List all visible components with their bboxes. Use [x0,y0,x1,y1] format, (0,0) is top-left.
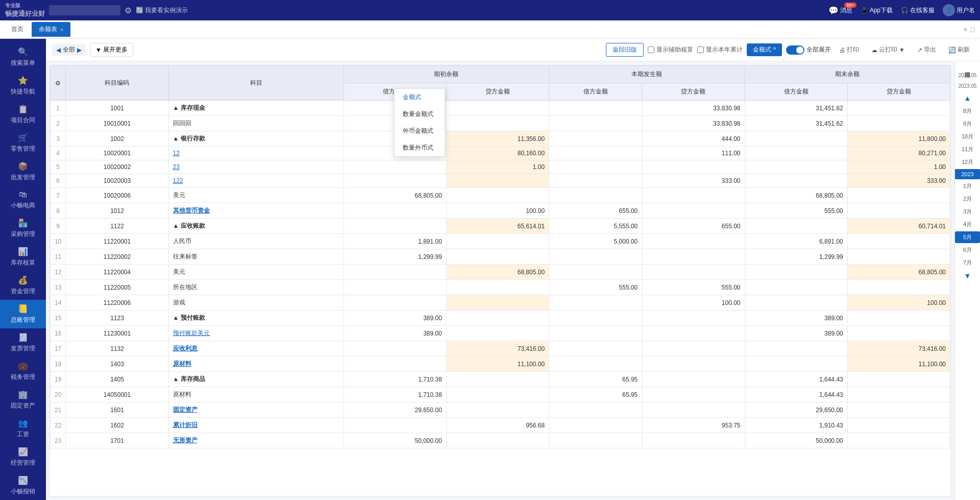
table-row[interactable]: 221602累计折旧956.68953.751,910.43 [51,418,950,433]
account-name-cell[interactable]: 往来标签 [168,249,344,265]
month-10[interactable]: 10月 [955,131,980,142]
table-row[interactable]: 610020003122333.00333.00 [51,174,950,188]
account-name-cell[interactable]: ▲ 应收账款 [168,219,344,234]
settings-icon[interactable]: ⚙ [125,6,132,15]
settings-col-header[interactable]: ⚙ [51,66,66,101]
month-3[interactable]: 3月 [955,206,980,218]
account-name-cell[interactable]: ▲ 库存商品 [168,372,344,387]
table-row[interactable]: 81012其他货币资金100.00655.00555.00 [51,203,950,219]
sidebar-item-wholesale[interactable]: 📦 批发管理 [0,157,46,186]
print-btn[interactable]: 🖨 打印 [835,43,863,56]
notification-btn[interactable]: 💬 消息 99+ [828,6,852,15]
account-name-cell[interactable]: 应收利息 [168,341,344,356]
sidebar-item-quicknav[interactable]: ⭐ 快捷导航 [0,72,46,100]
table-row[interactable]: 210010001回回回65,282.6033,830.9831,451.62 [51,116,950,131]
year-2023-btn[interactable]: 2023 [955,169,980,179]
table-row[interactable]: 1311220005所在地区555.00555.00 [51,280,950,295]
account-name-cell[interactable]: 无形资产 [168,433,344,448]
period-2023-05-2[interactable]: 2023.05 [955,81,980,91]
account-name-cell[interactable]: 原材料 [168,356,344,372]
toggle-control[interactable] [786,45,804,55]
account-name-cell[interactable]: ▲ 库存现金 [168,101,344,116]
table-row[interactable]: 181403原材料11,100.0011,100.00 [51,356,950,372]
table-row[interactable]: 1611230001预付账款美元389.00389.00 [51,326,950,341]
search-right-arrow[interactable]: ▶ [77,46,82,54]
month-12[interactable]: 12月 [955,156,980,168]
expand-all-toggle[interactable]: 全部展开 [786,45,831,55]
tab-close-btn[interactable]: × [60,27,63,33]
account-name-cell[interactable]: 固定资产 [168,402,344,418]
table-row[interactable]: 4100200011280,160.00111.0080,271.00 [51,147,950,160]
sidebar-item-ledger[interactable]: 📒 总账管理 [0,300,46,328]
table-row[interactable]: 1111220002往来标签1,299.991,299.99 [51,249,950,265]
month-7[interactable]: 7月 [955,257,980,269]
sidebar-item-operations[interactable]: 📈 经营管理 [0,443,46,471]
month-1[interactable]: 1月 [955,180,980,192]
search-left-arrow[interactable]: ◀ [56,46,61,54]
online-service-btn[interactable]: 🎧 在线客服 [901,6,935,15]
account-name-cell[interactable]: 游戏 [168,295,344,311]
sidebar-item-expense[interactable]: 📉 小畅报销 [0,471,46,500]
dropdown-item-qty-amount[interactable]: 数量金额式 [395,106,445,123]
refresh-btn[interactable]: 🔄 刷新 [944,43,974,56]
dropdown-item-qty-foreign[interactable]: 数量外币式 [395,139,445,156]
window-close-btn[interactable]: × [963,26,967,34]
top-search-input[interactable] [49,5,120,15]
dropdown-item-amount[interactable]: 金额式 [395,89,445,106]
sidebar-item-ecommerce[interactable]: 🛍 小畅电商 [0,186,46,214]
chevron-up-icon[interactable]: ▲ [955,92,980,104]
table-row[interactable]: 510020002231.001.00 [51,160,950,174]
sidebar-item-project[interactable]: 📋 项目合同 [0,100,46,129]
return-old-version-btn[interactable]: 返回旧版 [606,43,644,57]
table-row[interactable]: 91122▲ 应收账款65,614.015,555.00655.0060,714… [51,219,950,234]
sidebar-item-inventory[interactable]: 📊 库存核算 [0,243,46,271]
table-row[interactable]: 710020006美元68,805.0068,805.00 [51,188,950,203]
window-maximize-btn[interactable]: □ [971,26,975,34]
account-name-cell[interactable]: ▲ 预付账款 [168,311,344,326]
account-name-cell[interactable]: ▲ 银行存款 [168,131,344,147]
table-row[interactable]: 171132应收利息73,416.0073,416.00 [51,341,950,356]
account-name-cell[interactable]: 所在地区 [168,280,344,295]
period-2023-05-1[interactable]: 2023.05 [955,70,980,80]
tab-yue-biao[interactable]: 余额表 × [32,22,70,37]
account-name-cell[interactable]: 23 [168,160,344,174]
sidebar-item-invoice[interactable]: 🧾 发票管理 [0,328,46,357]
account-name-cell[interactable]: 回回回 [168,116,344,131]
sidebar-item-tax[interactable]: 💼 税务管理 [0,357,46,386]
sidebar-item-purchase[interactable]: 🏪 采购管理 [0,214,46,243]
table-row[interactable]: 11001▲ 库存现金65,282.6033,830.9831,451.62 [51,101,950,116]
month-6[interactable]: 6月 [955,244,980,256]
show-ytd-checkbox[interactable]: 显示本年累计 [697,45,743,54]
table-row[interactable]: 1211220004美元68,805.0068,805.00 [51,265,950,280]
month-5-active[interactable]: 5月 [955,231,980,243]
account-name-cell[interactable]: 累计折旧 [168,418,344,433]
month-4[interactable]: 4月 [955,219,980,230]
table-container[interactable]: ⚙ 科目编码 科目 期初余额 本期发生额 期末余额 借方金额 贷方金额 借方金额… [50,65,950,496]
month-11[interactable]: 11月 [955,144,980,155]
month-9[interactable]: 9月 [955,118,980,130]
table-row[interactable]: 31002▲ 银行存款11,356.00444.0011,800.00 [51,131,950,147]
sidebar-item-retail[interactable]: 🛒 零售管理 [0,129,46,157]
table-row[interactable]: 211601固定资产29,650.0029,650.00 [51,402,950,418]
table-row[interactable]: 2014050001原材料1,710.3865.951,644.43 [51,387,950,402]
demo-label[interactable]: 🔄 我要看实例演示 [136,6,188,15]
account-name-cell[interactable]: 美元 [168,265,344,280]
account-name-cell[interactable]: 人民币 [168,234,344,249]
account-name-cell[interactable]: 原材料 [168,387,344,402]
account-name-cell[interactable]: 122 [168,174,344,188]
table-row[interactable]: 1411220006游戏100.00100.00 [51,295,950,311]
dropdown-item-foreign-amount[interactable]: 外币金额式 [395,123,445,139]
account-name-cell[interactable]: 其他货币资金 [168,203,344,219]
cloud-print-btn[interactable]: ☁ 云打印 ▼ [867,43,909,56]
sidebar-item-search[interactable]: 🔍 搜索菜单 [0,43,46,72]
amount-mode-btn[interactable]: 金额式 ^ [747,43,782,56]
account-name-cell[interactable]: 预付账款美元 [168,326,344,341]
expand-more-btn[interactable]: ▼ 展开更多 [90,43,133,57]
sidebar-item-fixed-assets[interactable]: 🏢 固定资产 [0,386,46,414]
table-row[interactable]: 151123▲ 预付账款389.00389.00 [51,311,950,326]
account-search-box[interactable]: ◀ 全部 ▶ [52,44,86,56]
table-row[interactable]: 1011220001人民币1,891.005,000.006,891.00 [51,234,950,249]
account-name-cell[interactable]: 美元 [168,188,344,203]
user-avatar[interactable]: 👤 用户名 [943,4,975,16]
export-btn[interactable]: ↗ 导出 [913,43,940,56]
